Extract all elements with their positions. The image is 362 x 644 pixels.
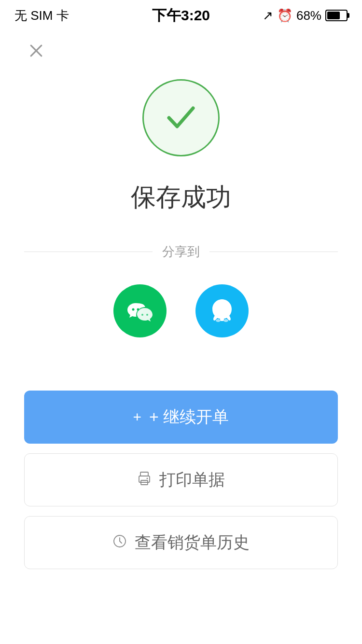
history-icon [112,534,127,552]
svg-point-6 [146,314,148,316]
status-bar: 无 SIM 卡 下午3:20 ↗ ⏰ 68% [0,0,362,31]
status-time: 下午3:20 [152,6,210,26]
print-icon [137,471,152,489]
location-icon: ↗ [263,8,273,23]
share-divider: 分享到 [24,243,338,260]
alarm-icon: ⏰ [277,8,292,23]
share-icons [24,284,338,337]
continue-button[interactable]: + + 继续开单 [24,391,338,444]
history-label: 查看销货单历史 [135,532,250,554]
print-button[interactable]: 打印单据 [24,453,338,506]
svg-point-3 [132,308,135,311]
battery-icon [325,10,348,21]
continue-label: + 继续开单 [149,406,229,428]
svg-point-7 [216,319,221,322]
success-circle [142,79,220,156]
check-icon [162,98,200,138]
history-button[interactable]: 查看销货单历史 [24,516,338,569]
svg-point-5 [141,314,143,316]
svg-point-8 [223,319,228,322]
status-left: 无 SIM 卡 [14,7,74,24]
qq-share-button[interactable] [195,284,249,337]
wechat-share-button[interactable] [113,284,167,337]
divider-right [209,252,338,252]
plus-icon: + [133,409,142,425]
action-buttons: + + 继续开单 打印单据 查看销货单历史 [0,391,362,569]
divider-left [24,252,153,252]
print-label: 打印单据 [159,469,225,491]
close-button[interactable] [24,39,48,63]
svg-rect-9 [140,472,148,476]
carrier-text: 无 SIM 卡 [14,7,69,24]
success-title: 保存成功 [131,181,231,214]
main-content: 保存成功 分享到 [0,31,362,569]
svg-point-4 [137,308,139,311]
status-right: ↗ ⏰ 68% [263,8,348,23]
share-section: 分享到 [0,243,362,337]
svg-point-12 [147,477,148,479]
share-label: 分享到 [162,243,200,260]
battery-text: 68% [296,8,321,23]
